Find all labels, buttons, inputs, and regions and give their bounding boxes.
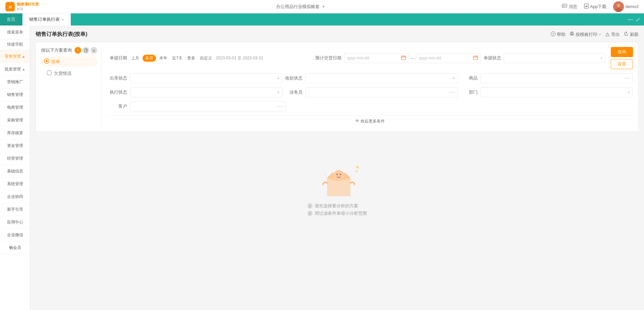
- custom-tag[interactable]: 自定义: [199, 55, 213, 62]
- status-label: 单据状态: [481, 55, 501, 61]
- sidebar-item-wholesale[interactable]: 批发管理 ▲: [0, 63, 30, 76]
- svg-point-20: [333, 170, 344, 181]
- page-title: 销售订单执行表(按单): [36, 31, 88, 38]
- dept-item: 部门 ▾: [458, 87, 633, 97]
- status-select[interactable]: ▾: [504, 53, 606, 63]
- sidebar-item-enterprise[interactable]: 企业协同: [0, 191, 30, 203]
- sidebar-item-member[interactable]: 畅会员: [0, 242, 30, 254]
- this-year-tag[interactable]: 本年: [158, 55, 169, 62]
- print-icon: [570, 32, 574, 37]
- page-actions: ? 帮助 按模板打印 ▾: [551, 32, 639, 38]
- filter-plans-header: 按以下方案查询 + «: [41, 47, 97, 54]
- sidebar-item-ecommerce[interactable]: 电商管理: [0, 101, 30, 114]
- nav-tabs: 首页 销售订单执行表 × — ⤢: [0, 13, 644, 25]
- download-icon: [584, 3, 589, 10]
- title-dropdown-icon[interactable]: ▾: [322, 4, 325, 9]
- retail-arrow: ▲: [22, 55, 25, 58]
- collapse-filters-button[interactable]: 收起更多条件: [107, 115, 633, 127]
- tab-minimize-icon[interactable]: —: [628, 16, 633, 22]
- forecast-end-placeholder: yyyy-mm-dd: [419, 56, 441, 60]
- out-status-select[interactable]: ▾: [130, 73, 282, 83]
- filter-row-2: 出库状态 ▾ 收款状态 ▾: [107, 73, 633, 83]
- refresh-icon: [624, 32, 629, 37]
- forecast-date-range: yyyy-mm-dd —: [344, 53, 481, 63]
- empty-step-1: 1 请先选择要分析的方案: [307, 203, 367, 209]
- this-month-tag[interactable]: 本月: [143, 55, 156, 62]
- sidebar-item-appstore[interactable]: 应用中心: [0, 216, 30, 229]
- sidebar-item-retail[interactable]: 零售管理 ▲: [0, 50, 30, 63]
- search-menu-button[interactable]: 搜索菜单: [3, 28, 27, 37]
- sidebar-item-finance[interactable]: 资金管理: [0, 140, 30, 152]
- export-icon: [605, 32, 610, 37]
- sidebar-item-purchase[interactable]: 采购管理: [0, 114, 30, 127]
- sidebar-item-sales[interactable]: 销售管理: [0, 89, 30, 101]
- sidebar-item-wecom[interactable]: 企业微信: [0, 229, 30, 242]
- tab-maximize-icon[interactable]: ⤢: [636, 16, 640, 23]
- salesman-label: 业务员: [282, 89, 303, 95]
- settings-button[interactable]: 设置: [611, 59, 633, 69]
- exec-status-select[interactable]: ▾: [130, 87, 282, 97]
- forecast-date-start[interactable]: yyyy-mm-dd: [344, 53, 409, 63]
- print-dropdown-icon[interactable]: ▾: [599, 32, 601, 37]
- salesman-select[interactable]: ···: [305, 87, 458, 97]
- sidebar-item-basic[interactable]: 基础信息: [0, 165, 30, 178]
- exec-status-item: 执行状态 ▾: [107, 87, 282, 97]
- sidebar-item-quick-nav[interactable]: 快捷导航: [0, 40, 30, 50]
- out-status-arrow: ▾: [277, 76, 279, 81]
- content-area: 销售订单执行表(按单) ? 帮助: [30, 25, 644, 310]
- goods-select[interactable]: ···: [480, 73, 633, 83]
- customer-select[interactable]: ···: [130, 101, 286, 111]
- retail-label: 零售管理: [5, 54, 21, 59]
- dept-label: 部门: [458, 89, 478, 95]
- app-download-button[interactable]: App下载: [584, 3, 606, 10]
- last-7days-tag[interactable]: 近7天: [171, 55, 184, 62]
- tab-close-button[interactable]: ×: [62, 17, 64, 21]
- copy-plan-button[interactable]: [83, 47, 89, 54]
- sidebar-item-newbie[interactable]: 新手引导: [0, 203, 30, 216]
- svg-rect-16: [401, 56, 406, 60]
- filter-action-buttons: 查询 设置: [611, 47, 633, 69]
- collect-status-select[interactable]: ▾: [305, 73, 458, 83]
- home-tab-label: 首页: [7, 16, 15, 22]
- svg-point-14: [46, 60, 48, 62]
- collect-status-arrow: ▾: [452, 76, 454, 81]
- plan-item-owe[interactable]: 欠货情况: [41, 68, 97, 79]
- sidebar-item-marketing[interactable]: 营销推广: [0, 76, 30, 89]
- forecast-date-end[interactable]: yyyy-mm-dd: [416, 53, 481, 63]
- last-month-tag[interactable]: 上月: [130, 55, 141, 62]
- tab-home[interactable]: 首页: [0, 13, 22, 25]
- logo-area: 好 畅捷通好生意 标版: [5, 2, 39, 11]
- plans-header-label: 按以下方案查询: [41, 47, 72, 53]
- salesman-item: 业务员 ···: [282, 87, 458, 97]
- svg-point-22: [340, 174, 341, 175]
- plan-item-order[interactable]: 按单: [41, 56, 97, 67]
- filter-fields-section: 单据日期 上月 本月 本年 近7天 更多 自定义 20: [102, 47, 633, 127]
- query-button[interactable]: 查询: [611, 47, 633, 57]
- avatar: [613, 1, 624, 12]
- help-button[interactable]: ? 帮助: [551, 32, 566, 38]
- svg-rect-12: [85, 49, 87, 52]
- tab-sales-order[interactable]: 销售订单执行表 ×: [22, 13, 71, 25]
- sidebar-item-operations[interactable]: 经营管理: [0, 152, 30, 165]
- print-button[interactable]: 按模板打印 ▾: [570, 32, 601, 38]
- date-filter-item: 单据日期 上月 本月 本年 近7天 更多 自定义 20: [107, 55, 315, 62]
- tab-actions: — ⤢: [628, 13, 644, 25]
- more-tag[interactable]: 更多: [186, 55, 197, 62]
- refresh-button[interactable]: 刷新: [624, 32, 639, 38]
- dept-select[interactable]: ▾: [480, 87, 633, 97]
- plan-icon: [44, 58, 49, 65]
- sidebar-item-inventory[interactable]: 库存核算: [0, 127, 30, 140]
- status-dropdown-arrow: ▾: [600, 56, 602, 60]
- sidebar-item-system[interactable]: 系统管理: [0, 178, 30, 191]
- collapse-plans-button[interactable]: «: [91, 47, 97, 54]
- message-button[interactable]: 消息: [562, 4, 577, 10]
- filter-plans-section: 按以下方案查询 + «: [41, 47, 102, 127]
- svg-rect-11: [571, 34, 573, 35]
- collapse-label: 收起更多条件: [361, 118, 385, 124]
- exec-status-label: 执行状态: [107, 89, 127, 95]
- user-avatar-button[interactable]: demo2: [613, 1, 639, 12]
- add-plan-button[interactable]: +: [74, 47, 81, 54]
- filter-row-4: 客户 ···: [107, 101, 633, 111]
- filter-panel: 按以下方案查询 + «: [36, 42, 639, 132]
- export-button[interactable]: 导出: [605, 32, 620, 38]
